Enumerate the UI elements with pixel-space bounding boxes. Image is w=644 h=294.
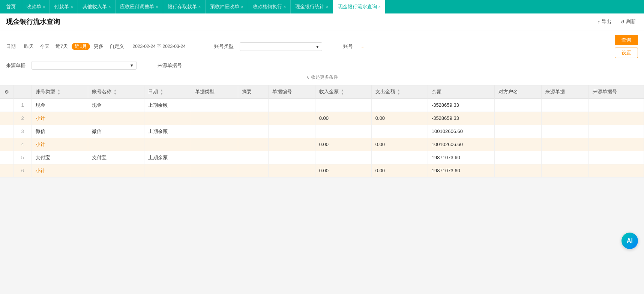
date-options: 昨天 今天 近7天 近1月 更多 自定义 xyxy=(22,42,126,51)
nav-tab-shoukuanhexiao[interactable]: 收款核销执行 × xyxy=(248,0,290,13)
account-type-label: 账号类型 xyxy=(214,43,234,50)
column-account-type[interactable]: 账号类型 ▲▼ xyxy=(32,85,88,98)
chevron-down-icon: ▾ xyxy=(316,44,319,49)
query-button[interactable]: 查询 xyxy=(615,35,638,45)
nav-tab-fukuandan[interactable]: 付款单 × xyxy=(50,0,77,13)
nav-tab-yinhang[interactable]: 银行存取款单 × xyxy=(163,0,205,13)
close-icon[interactable]: × xyxy=(241,4,243,9)
date-opt-7days[interactable]: 近7天 xyxy=(53,42,70,51)
close-icon[interactable]: × xyxy=(198,4,201,9)
table-row: 2小计0.000.00-3528659.33 xyxy=(0,112,644,125)
column-income[interactable]: 收入金额 ▲▼ xyxy=(315,85,371,98)
date-range-display: 2023-02-24 至 2023-03-24 xyxy=(132,43,185,50)
table-row: 3微信微信上期余额100102606.60 xyxy=(0,125,644,138)
source-doc-no-label: 来源单据号 xyxy=(158,62,182,69)
sort-icon: ▲▼ xyxy=(397,89,400,96)
chevron-down-icon2: ▾ xyxy=(131,63,133,68)
close-icon[interactable]: × xyxy=(108,4,111,9)
filter-action-buttons: 查询 设置 xyxy=(615,35,638,58)
column-account-name[interactable]: 账号名称 ▲▼ xyxy=(88,85,144,98)
nav-tab-yingshouyingfu[interactable]: 应收应付调整单 × xyxy=(115,0,162,13)
column-index xyxy=(14,85,32,98)
sort-icon: ▲▼ xyxy=(57,89,61,96)
account-more-button[interactable]: ··· xyxy=(359,43,366,50)
date-opt-custom[interactable]: 自定义 xyxy=(107,42,126,51)
column-summary[interactable]: 摘要 xyxy=(238,85,269,98)
close-icon[interactable]: × xyxy=(156,4,158,9)
close-icon[interactable]: × xyxy=(43,4,45,9)
date-opt-more[interactable]: 更多 xyxy=(92,42,106,51)
refresh-button[interactable]: ↺ 刷新 xyxy=(618,18,638,26)
nav-tab-shoukuandan[interactable]: 收款单 × xyxy=(22,0,50,13)
date-opt-today[interactable]: 今天 xyxy=(38,42,52,51)
collapse-button[interactable]: ∧ 收起更多条件 xyxy=(6,73,638,82)
table-body: 1现金现金上期余额-3528659.332小计0.000.00-3528659.… xyxy=(0,98,644,177)
source-doc-label: 来源单据 xyxy=(6,62,26,69)
sort-icon: ▲▼ xyxy=(160,89,164,96)
top-navigation: 首页 收款单 × 付款单 × 其他收入单 × 应收应付调整单 × 银行存取款单 … xyxy=(0,0,644,13)
table-container: ⚙ 账号类型 ▲▼ 账号名称 ▲▼ 日期 ▲▼ 单据类型 摘 xyxy=(0,85,644,178)
column-date[interactable]: 日期 ▲▼ xyxy=(144,85,191,98)
filter-row-sourcedoc: 来源单据 ▾ 来源单据号 xyxy=(6,61,638,70)
nav-tab-xianjinstatistic[interactable]: 现金银行统计 × xyxy=(290,0,333,13)
column-doc-type[interactable]: 单据类型 xyxy=(191,85,238,98)
table-row: 5支付宝支付宝上期余额19871073.60 xyxy=(0,151,644,164)
filter-row-date: 日期 昨天 今天 近7天 近1月 更多 自定义 2023-02-24 至 202… xyxy=(6,35,638,58)
column-source-doc: 来源单据 xyxy=(542,85,588,98)
table-row: 1现金现金上期余额-3528659.33 xyxy=(0,98,644,112)
account-type-select[interactable]: ▾ xyxy=(240,42,322,51)
nav-tab-qitashouru[interactable]: 其他收入单 × xyxy=(78,0,115,13)
column-source-doc-no: 来源单据号 xyxy=(588,85,644,98)
header-actions: ↑ 导出 ↺ 刷新 xyxy=(596,18,638,26)
table-header-row: ⚙ 账号类型 ▲▼ 账号名称 ▲▼ 日期 ▲▼ 单据类型 摘 xyxy=(0,85,644,98)
filter-area: 日期 昨天 今天 近7天 近1月 更多 自定义 2023-02-24 至 202… xyxy=(0,30,644,85)
date-opt-yesterday[interactable]: 昨天 xyxy=(22,42,36,51)
export-icon: ↑ xyxy=(598,19,600,25)
table-row: 4小计0.000.00100102606.60 xyxy=(0,138,644,151)
close-icon[interactable]: × xyxy=(326,4,328,9)
page-header: 现金银行流水查询 ↑ 导出 ↺ 刷新 xyxy=(0,13,644,30)
date-label: 日期 xyxy=(6,43,16,50)
export-button[interactable]: ↑ 导出 xyxy=(596,18,614,26)
close-icon[interactable]: × xyxy=(71,4,73,9)
date-opt-1month[interactable]: 近1月 xyxy=(72,43,90,50)
data-table: ⚙ 账号类型 ▲▼ 账号名称 ▲▼ 日期 ▲▼ 单据类型 摘 xyxy=(0,85,644,178)
source-doc-no-input[interactable] xyxy=(188,62,308,69)
column-balance: 余额 xyxy=(428,85,495,98)
close-icon[interactable]: × xyxy=(284,4,286,9)
column-expense[interactable]: 支出金额 ▲▼ xyxy=(371,85,428,98)
sort-icon: ▲▼ xyxy=(114,89,117,96)
column-doc-no[interactable]: 单据编号 xyxy=(268,85,315,98)
page-title: 现金银行流水查询 xyxy=(6,17,60,26)
nav-home[interactable]: 首页 xyxy=(0,0,22,13)
column-gear[interactable]: ⚙ xyxy=(0,85,14,98)
setting-button[interactable]: 设置 xyxy=(615,48,638,58)
sort-icon: ▲▼ xyxy=(341,89,344,96)
column-counterpart: 对方户名 xyxy=(495,85,542,98)
source-doc-select[interactable]: ▾ xyxy=(32,61,137,70)
account-label: 账号 xyxy=(343,43,353,50)
nav-tab-xianjinliushui[interactable]: 现金银行流水查询 × xyxy=(333,0,385,13)
chevron-up-icon: ∧ xyxy=(306,75,309,80)
nav-tab-yushou[interactable]: 预收冲应收单 × xyxy=(205,0,248,13)
table-row: 6小计0.000.0019871073.60 xyxy=(0,164,644,177)
refresh-icon: ↺ xyxy=(620,19,624,25)
close-icon[interactable]: × xyxy=(378,4,381,9)
